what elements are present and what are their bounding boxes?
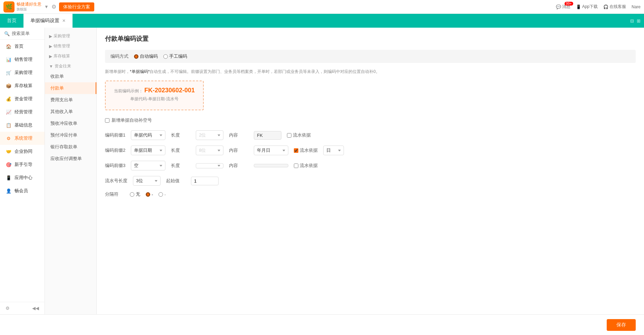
sep-dot-radio[interactable] [146, 192, 150, 197]
serial-length-select[interactable]: 3位 [133, 176, 161, 186]
length2-select[interactable]: 8位 [196, 146, 223, 155]
sidebar-item-system-label: 系统管理 [15, 135, 32, 141]
tab-close-icon[interactable]: ✕ [62, 18, 66, 23]
separator-label: 分隔符 [105, 191, 124, 197]
sidebar-item-enterprise[interactable]: 🤝 企业协同 [0, 145, 45, 158]
logo-text-block: 畅捷通好生意 旗舰版 [17, 2, 41, 11]
sidebar-item-home[interactable]: 🏠 首页 [0, 40, 45, 53]
length3-select[interactable] [196, 163, 223, 168]
sidebar-item-capital[interactable]: 💰 资金管理 [0, 92, 45, 105]
serial2-checkbox[interactable] [294, 148, 298, 153]
content2-arrow [282, 150, 285, 151]
sep-dash-label: · [164, 192, 166, 197]
sep-dash-radio[interactable] [158, 192, 163, 197]
sidebar-item-system[interactable]: ⚙ 系统管理 [0, 132, 45, 145]
settings-icon[interactable]: ⚙ [51, 3, 56, 10]
auto-fill-checkbox[interactable] [105, 118, 109, 123]
serial1-label: 流水依据 [293, 132, 311, 138]
sidebar-item-sales[interactable]: 📊 销售管理 [0, 53, 45, 66]
management-icon: 📈 [6, 109, 12, 115]
code-preview-box: 当前编码示例：FK-20230602-001 单据代码-单据日期-流水号 [105, 81, 204, 110]
auto-fill-label: 新增单据自动补空号 [112, 117, 152, 123]
chevron-right-icon-inventory: ▶ [49, 54, 52, 59]
sub-item-advance-offset[interactable]: 预付冲应付单 [45, 129, 96, 141]
sub-item-ap-ar-adjust[interactable]: 应收应付调整单 [45, 153, 96, 165]
inventory-icon: 📦 [6, 83, 12, 89]
auto-code-option[interactable]: 自动编码 [134, 53, 158, 59]
content2-value: 年月日 [257, 147, 270, 153]
sep-none-option[interactable]: 无 [130, 191, 140, 197]
main-layout: 🔍 搜索菜单 🏠 首页 📊 销售管理 🛒 采购管理 📦 库存核算 💰 资金管理 … [0, 28, 644, 314]
prefix2-select[interactable]: 单据日期 [131, 146, 165, 155]
coding-method-section: 编码方式 自动编码 手工编码 [105, 50, 636, 63]
auto-code-radio[interactable] [134, 54, 138, 59]
prefix3-arrow [160, 165, 162, 167]
sep-dash-option[interactable]: · [158, 192, 166, 197]
prefix2-value: 单据日期 [134, 147, 152, 153]
apps-icon: 📱 [6, 175, 12, 181]
sep-dot-option[interactable]: - [146, 192, 153, 197]
sidebar-item-management[interactable]: 📈 经营管理 [0, 105, 45, 119]
tab-code-settings[interactable]: 单据编码设置 ✕ [23, 14, 73, 28]
manual-code-option[interactable]: 手工编码 [163, 53, 187, 59]
sep-dot-label: - [152, 192, 153, 197]
footer-collapse-icon[interactable]: ◀◀ [32, 306, 39, 311]
sidebar-item-member[interactable]: 👤 畅会员 [0, 184, 45, 197]
serial1-checkbox[interactable] [287, 133, 291, 138]
experience-button[interactable]: 体验行业方案 [59, 2, 94, 11]
serial3-checkbox[interactable] [294, 164, 298, 168]
online-service-btn[interactable]: 🎧 在线客服 [603, 4, 626, 10]
app-download-label: App下载 [582, 4, 598, 10]
sidebar-item-basic[interactable]: 📋 基础信息 [0, 119, 45, 132]
sub-item-bank[interactable]: 银行存取款单 [45, 141, 96, 153]
message-btn[interactable]: 💬 消息 99+ [556, 4, 570, 10]
tab-maximize-icon[interactable]: ⊞ [637, 18, 641, 24]
tab-home[interactable]: 首页 [0, 14, 23, 28]
sidebar-item-apps[interactable]: 📱 应用中心 [0, 171, 45, 184]
sidebar-item-inventory[interactable]: 📦 库存核算 [0, 79, 45, 92]
separator-row: 分隔符 无 - · [105, 191, 636, 197]
sub-item-bank-label: 银行存取款单 [50, 144, 77, 150]
serial2-check[interactable]: 流水依据 [294, 147, 318, 153]
sub-group-capital[interactable]: ▼ 资金往来 [45, 61, 96, 71]
manual-code-radio[interactable] [163, 54, 168, 59]
serial1-check[interactable]: 流水依据 [287, 132, 311, 138]
sub-item-prepay-offset[interactable]: 预收冲应收单 [45, 118, 96, 129]
prefix3-select[interactable]: 空 [131, 161, 165, 170]
info-text: 新增单据时，*单据编码*自动生成，不可编辑。前缀设置为部门、业务员等档案类，开单… [105, 68, 636, 75]
sub-item-expense-label: 费用支出单 [50, 97, 73, 103]
auto-code-label: 自动编码 [140, 53, 158, 59]
tab-minimize-icon[interactable]: ⊟ [630, 18, 634, 24]
sub-item-other-income[interactable]: 其他收入单 [45, 106, 96, 118]
sub-group-purchase[interactable]: ▶ 采购管理 [45, 30, 96, 40]
sep-none-radio[interactable] [130, 192, 134, 197]
sidebar-item-basic-label: 基础信息 [15, 122, 32, 128]
content2-select[interactable]: 年月日 [254, 146, 288, 155]
sidebar-item-apps-label: 应用中心 [15, 175, 32, 181]
footer-settings-icon[interactable]: ⚙ [6, 306, 10, 311]
manual-code-label: 手工编码 [169, 53, 187, 59]
sidebar-item-purchase[interactable]: 🛒 采购管理 [0, 66, 45, 79]
start-value-input[interactable] [191, 177, 219, 185]
serial3-check[interactable]: 流水依据 [294, 162, 318, 169]
enterprise-icon: 🤝 [6, 148, 12, 155]
sub-group-inventory[interactable]: ▶ 库存核算 [45, 50, 96, 61]
sub-item-expense[interactable]: 费用支出单 [45, 94, 96, 106]
sidebar-search[interactable]: 🔍 搜索菜单 [0, 28, 45, 40]
save-button[interactable]: 保存 [607, 319, 636, 331]
header-dropdown-arrow[interactable]: ▼ [44, 4, 49, 9]
date-unit-select[interactable]: 日 [323, 146, 344, 155]
length1-value: 2位 [199, 132, 206, 138]
prefix3-value: 空 [134, 162, 138, 169]
length1-select[interactable]: 2位 [196, 130, 223, 140]
sub-item-payment[interactable]: 付款单 [45, 82, 96, 94]
app-download-btn[interactable]: 📱 App下载 [576, 4, 598, 10]
prefix2-label: 编码前缀2 [105, 147, 125, 153]
form-row-2: 编码前缀2 单据日期 长度 8位 内容 年月日 流水依据 [105, 146, 636, 155]
sidebar-item-guide-label: 新手引导 [15, 161, 32, 168]
sub-group-sales[interactable]: ▶ 销售管理 [45, 40, 96, 50]
serial-length-row: 流水号长度 3位 起始值 [105, 176, 636, 186]
sub-item-receipt[interactable]: 收款单 [45, 71, 96, 82]
sidebar-item-guide[interactable]: 🎯 新手引导 [0, 158, 45, 171]
prefix1-select[interactable]: 单据代码 [131, 130, 165, 140]
